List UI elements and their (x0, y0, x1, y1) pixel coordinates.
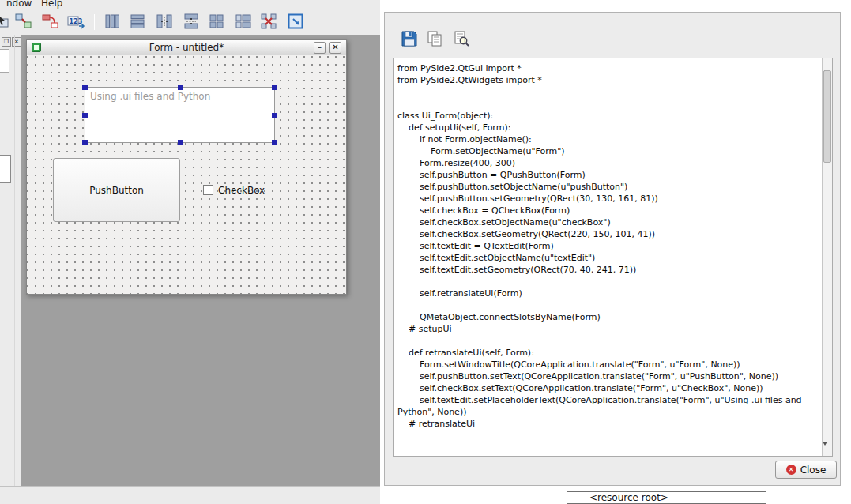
code-line: self.textEdit.setGeometry(QRect(70, 40, … (397, 264, 820, 276)
menu-window[interactable]: ndow (6, 0, 32, 9)
vertical-scrollbar[interactable] (822, 58, 832, 456)
code-line: self.pushButton.setObjectName(u"pushButt… (397, 181, 820, 193)
form-designer-window: Form - untitled* – ✕ Using .ui files and… (26, 39, 347, 295)
code-content[interactable]: from PySide2.QtGui import *from PySide2.… (394, 58, 822, 456)
selection-handle-top-left[interactable] (82, 85, 88, 90)
layout-grid-icon[interactable] (207, 12, 226, 31)
dock-panel-edge (0, 49, 9, 73)
code-line: # retranslateUi (397, 418, 820, 430)
code-view[interactable]: from PySide2.QtGui import *from PySide2.… (393, 58, 833, 457)
layout-vertically-icon[interactable] (128, 12, 147, 31)
code-line: Form.setObjectName(u"Form") (397, 145, 820, 157)
pushbutton-label: PushButton (89, 185, 144, 196)
code-line: from PySide2.QtWidgets import * (397, 74, 820, 86)
code-line: Form.resize(400, 300) (397, 157, 820, 169)
edit-widgets-icon[interactable] (0, 12, 11, 31)
main-toolbar: 123 (0, 9, 380, 35)
resource-root-item[interactable]: <resource root> (589, 492, 766, 503)
code-line: self.checkBox.setGeometry(QRect(220, 150… (397, 228, 820, 240)
left-dock-rail: ❐ ✕ (0, 35, 21, 486)
selection-handle-top-middle[interactable] (178, 85, 183, 90)
code-line: self.textEdit = QTextEdit(Form) (397, 240, 820, 252)
scrollbar-thumb[interactable] (823, 70, 831, 163)
code-line: self.pushButton.setText(QCoreApplication… (397, 370, 820, 382)
selection-handle-bottom-right[interactable] (272, 140, 277, 145)
toolbar-separator (94, 14, 95, 30)
code-line: self.checkBox.setText(QCoreApplication.t… (397, 382, 820, 394)
form-window-title: Form - untitled* (27, 40, 346, 55)
edit-signals-slots-icon[interactable] (14, 12, 33, 31)
window-close-button[interactable]: ✕ (329, 42, 341, 54)
layout-horizontal-splitter-icon[interactable] (155, 12, 174, 31)
selection-handle-bottom-left[interactable] (82, 140, 88, 145)
form-window-icon (32, 43, 41, 52)
dock-splitter[interactable] (14, 35, 15, 486)
code-line: def setupUi(self, Form): (397, 122, 820, 134)
form-canvas[interactable]: Using .ui files and Python PushButton Ch… (27, 55, 346, 294)
edit-tab-order-icon[interactable]: 123 (66, 12, 85, 31)
break-layout-icon[interactable] (259, 12, 278, 31)
code-line: from PySide2.QtGui import * (397, 62, 820, 74)
menu-help[interactable]: Help (41, 0, 62, 9)
close-icon: ✕ (786, 465, 796, 475)
code-line: self.retranslateUi(Form) (397, 288, 820, 299)
checkbox-label: CheckBox (218, 185, 265, 196)
close-button[interactable]: ✕ Close (775, 461, 837, 479)
close-button-label: Close (800, 465, 827, 476)
layout-horizontally-icon[interactable] (103, 12, 122, 31)
save-icon[interactable] (400, 29, 419, 48)
code-line: self.textEdit.setObjectName(u"textEdit") (397, 252, 820, 264)
edit-buddies-icon[interactable] (41, 12, 60, 31)
pushbutton-widget[interactable]: PushButton (53, 158, 180, 222)
checkbox-widget[interactable]: CheckBox (203, 174, 283, 206)
code-line: self.checkBox.setObjectName(u"checkBox") (397, 216, 820, 228)
code-preview-dialog: from PySide2.QtGui import *from PySide2.… (384, 12, 841, 486)
dock-panel-edge-2 (0, 155, 11, 183)
textedit-widget[interactable]: Using .ui files and Python (85, 87, 275, 143)
menubar: ndow Help (0, 0, 380, 9)
adjust-size-icon[interactable] (286, 12, 305, 31)
textedit-placeholder: Using .ui files and Python (85, 88, 274, 105)
selection-handle-top-right[interactable] (272, 85, 277, 90)
find-icon[interactable] (452, 29, 471, 48)
code-line: self.textEdit.setPlaceholderText(QCoreAp… (397, 394, 820, 418)
code-line (397, 335, 820, 347)
code-line (397, 276, 820, 288)
code-line: if not Form.objectName(): (397, 134, 820, 145)
code-line: QMetaObject.connectSlotsByName(Form) (397, 311, 820, 323)
dock-float-button[interactable]: ❐ (2, 37, 11, 47)
code-line: def retranslateUi(self, Form): (397, 347, 820, 359)
scroll-down-arrow-icon[interactable] (823, 446, 832, 456)
designer-main-window: ndow Help 123 (0, 0, 380, 504)
status-strip (0, 486, 380, 504)
selection-handle-middle-right[interactable] (272, 113, 277, 118)
code-line: self.checkBox = QCheckBox(Form) (397, 205, 820, 216)
resource-browser-panel: <resource root> (567, 491, 766, 504)
code-line: # setupUi (397, 323, 820, 335)
code-line (397, 98, 820, 110)
window-minimize-button[interactable]: – (314, 42, 326, 54)
checkbox-indicator[interactable] (203, 185, 213, 195)
code-line: Form.setWindowTitle(QCoreApplication.tra… (397, 359, 820, 370)
layout-form-icon[interactable] (234, 12, 253, 31)
scroll-up-arrow-icon[interactable] (823, 58, 832, 69)
code-line (397, 86, 820, 98)
code-line: class Ui_Form(object): (397, 110, 820, 122)
mdi-area: Form - untitled* – ✕ Using .ui files and… (21, 35, 380, 486)
selection-handle-middle-left[interactable] (82, 113, 88, 118)
form-window-titlebar[interactable]: Form - untitled* – ✕ (27, 40, 346, 55)
code-line: self.pushButton.setGeometry(QRect(30, 13… (397, 193, 820, 205)
svg-text:123: 123 (70, 18, 83, 25)
layout-vertical-splitter-icon[interactable] (182, 12, 201, 31)
copy-icon[interactable] (425, 29, 444, 48)
code-line (397, 299, 820, 311)
code-line: self.pushButton = QPushButton(Form) (397, 169, 820, 181)
selection-handle-bottom-middle[interactable] (178, 140, 183, 145)
